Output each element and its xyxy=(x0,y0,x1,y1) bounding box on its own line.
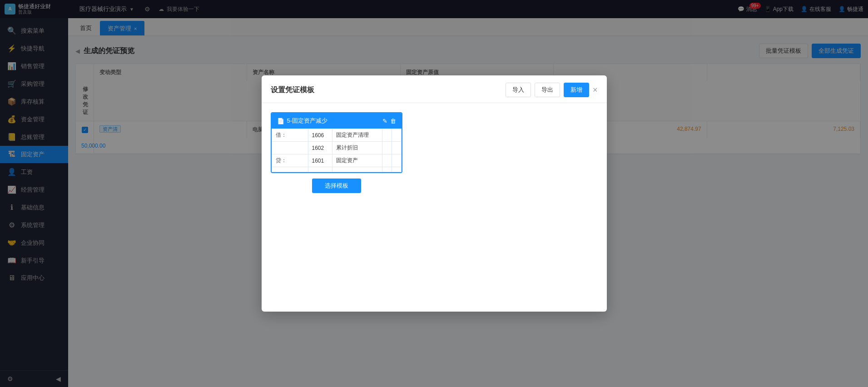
entry-subject-2: 累计折旧 xyxy=(332,142,382,154)
new-button[interactable]: 新增 xyxy=(564,83,589,97)
template-card-header: 📄 5-固定资产减少 ✎ 🗑 xyxy=(272,113,402,129)
entry-code-3: 1601 xyxy=(308,154,332,167)
template-name: 5-固定资产减少 xyxy=(287,117,328,125)
template-icon: 📄 xyxy=(277,118,284,124)
template-entry-row: 贷： 1601 固定资产 xyxy=(272,154,401,167)
template-entry-row xyxy=(272,167,401,172)
voucher-template-dialog: 设置凭证模板 导入 导出 新增 × 📄 5-固定资产减少 ✎ 🗑 xyxy=(262,75,607,312)
entry-direction-3: 贷： xyxy=(272,154,308,167)
export-button[interactable]: 导出 xyxy=(535,83,560,97)
entry-subject-1: 固定资产清理 xyxy=(332,129,382,142)
dialog-title: 设置凭证模板 xyxy=(271,85,314,95)
entry-empty-3 xyxy=(332,167,382,172)
entry-empty-2 xyxy=(308,167,332,172)
template-entry-row: 1602 累计折旧 xyxy=(272,142,401,154)
template-entry-row: 借： 1606 固定资产清理 xyxy=(272,129,401,142)
template-delete-icon[interactable]: 🗑 xyxy=(390,118,396,124)
dialog-body: 📄 5-固定资产减少 ✎ 🗑 借： 1606 固定资产清理 xyxy=(262,103,607,208)
import-button[interactable]: 导入 xyxy=(506,83,531,97)
entry-debit-1 xyxy=(382,129,392,142)
template-header-left: 📄 5-固定资产减少 xyxy=(277,117,328,125)
template-entries-table: 借： 1606 固定资产清理 1602 累计折旧 xyxy=(272,129,402,172)
entry-credit-1 xyxy=(392,129,401,142)
template-edit-icon[interactable]: ✎ xyxy=(382,118,387,124)
entry-code-1: 1606 xyxy=(308,129,332,142)
template-card: 📄 5-固定资产减少 ✎ 🗑 借： 1606 固定资产清理 xyxy=(271,112,402,173)
entry-empty-5 xyxy=(392,167,401,172)
entry-direction-1: 借： xyxy=(272,129,308,142)
dialog-header: 设置凭证模板 导入 导出 新增 × xyxy=(262,75,607,103)
entry-credit-3 xyxy=(392,154,401,167)
template-action-icons: ✎ 🗑 xyxy=(382,118,396,124)
entry-subject-3: 固定资产 xyxy=(332,154,382,167)
dialog-toolbar: 导入 导出 新增 xyxy=(506,83,589,97)
entry-direction-2 xyxy=(272,142,308,154)
entry-debit-3 xyxy=(382,154,392,167)
entry-debit-2 xyxy=(382,142,392,154)
entry-code-2: 1602 xyxy=(308,142,332,154)
template-card-body: 借： 1606 固定资产清理 1602 累计折旧 xyxy=(272,129,402,172)
entry-empty-4 xyxy=(382,167,392,172)
select-template-button[interactable]: 选择模板 xyxy=(312,179,361,193)
entry-credit-2 xyxy=(392,142,401,154)
entry-empty-1 xyxy=(272,167,308,172)
dialog-close-button[interactable]: × xyxy=(593,86,598,94)
select-template-btn-container: 选择模板 xyxy=(271,173,402,198)
